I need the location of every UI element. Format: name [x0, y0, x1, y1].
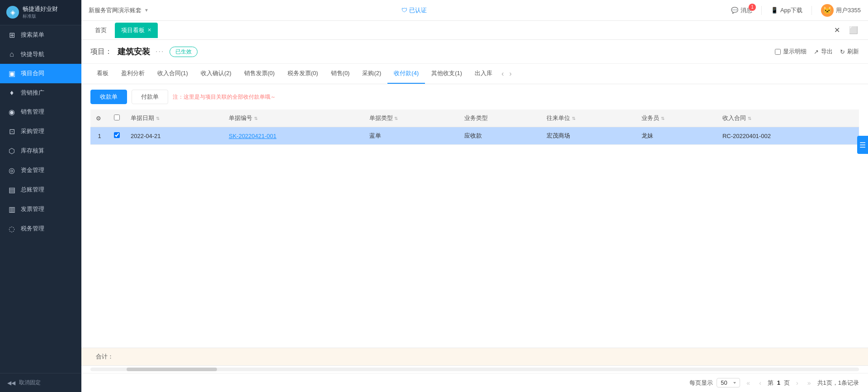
app-download-button[interactable]: 📱 App下载 [771, 6, 802, 14]
sidebar-item-general-ledger[interactable]: ▤ 总账管理 [0, 180, 81, 200]
user-button[interactable]: 🐱 用户3355 [821, 4, 861, 17]
content-tab-receipt[interactable]: 收款单 [90, 90, 127, 104]
row-biz-type: 应收款 [459, 127, 541, 145]
total-label: 合计： [96, 353, 113, 360]
gear-icon[interactable]: ⚙ [96, 115, 101, 122]
sub-tab-sales-invoice[interactable]: 销售发票(0) [238, 64, 281, 84]
sub-tab-receipt[interactable]: 收付款(4) [387, 64, 425, 84]
col-number: 单据编号 ⇅ [223, 110, 364, 127]
show-detail-input[interactable] [775, 49, 781, 55]
page-suffix-label: 页 [784, 379, 790, 387]
row-check[interactable] [108, 127, 125, 145]
export-button[interactable]: ↗ 导出 [814, 48, 833, 56]
tab-home[interactable]: 首页 [89, 23, 113, 38]
scrollbar-thumb[interactable] [127, 368, 217, 371]
sub-tab-income-contract[interactable]: 收入合同(1) [151, 64, 194, 84]
per-page-select[interactable]: 50 100 200 [717, 378, 740, 387]
sidebar-item-purchase-mgmt[interactable]: ⊡ 采购管理 [0, 122, 81, 141]
sub-tab-board[interactable]: 看板 [90, 64, 115, 84]
project-actions: 显示明细 ↗ 导出 ↻ 刷新 [775, 48, 859, 56]
export-icon: ↗ [814, 48, 819, 55]
sidebar-item-inventory[interactable]: ⬡ 库存核算 [0, 141, 81, 161]
sidebar-item-tax-mgmt[interactable]: ◌ 税务管理 [0, 219, 81, 239]
content-tab-payment[interactable]: 付款单 [132, 90, 168, 104]
account-name: 新服务官网演示账套 [89, 6, 142, 14]
row-checkbox[interactable] [114, 132, 120, 138]
show-detail-checkbox[interactable]: 显示明细 [775, 48, 807, 56]
sub-tab-income-confirm[interactable]: 收入确认(2) [194, 64, 238, 84]
verified-badge: 🛡 已认证 [401, 6, 427, 14]
sidebar-item-sales-mgmt[interactable]: ◉ 销售管理 [0, 102, 81, 122]
message-icon: 💬 [731, 7, 738, 14]
tab-close-icon[interactable]: ✕ [147, 27, 151, 33]
sub-tab-tax-invoice[interactable]: 税务发票(0) [281, 64, 325, 84]
col-counterpart: 往来单位 ⇅ [541, 110, 636, 127]
account-dropdown-icon: ▼ [144, 8, 149, 13]
row-counterpart: 宏茂商场 [541, 127, 636, 145]
sidebar: ◈ 畅捷通好业财 标准版 ⊞ 搜索菜单 ⌂ 快捷导航 ▣ 项目合同 ♦ 营销推广… [0, 0, 81, 392]
tab-close-button[interactable]: ✕ [831, 25, 843, 35]
message-button[interactable]: 💬 消息 1 [731, 6, 752, 14]
sub-tabs-prev-arrow[interactable]: ‹ [499, 70, 506, 78]
sidebar-item-invoice-mgmt[interactable]: ▥ 发票管理 [0, 200, 81, 219]
row-number[interactable]: SK-20220421-001 [223, 127, 364, 145]
app-logo-text: 畅捷通好业财 标准版 [23, 5, 58, 19]
first-page-button[interactable]: « [744, 378, 753, 387]
refresh-button[interactable]: ↻ 刷新 [840, 48, 859, 56]
shield-icon: 🛡 [401, 7, 407, 14]
sidebar-logo: ◈ 畅捷通好业财 标准版 [0, 0, 81, 25]
scrollbar-area[interactable] [81, 366, 868, 373]
project-header: 项目： 建筑安装 ··· 已生效 显示明细 ↗ 导出 ↻ 刷新 [81, 40, 868, 64]
capital-mgmt-icon: ◎ [7, 166, 16, 175]
project-prefix: 项目： [90, 47, 112, 57]
main-content: 新服务官网演示账套 ▼ 🛡 已认证 💬 消息 1 📱 App下载 🐱 用户335… [81, 0, 868, 392]
app-logo-icon: ◈ [6, 6, 19, 19]
table-check-header[interactable] [108, 110, 125, 127]
right-panel-toggle[interactable]: ☰ [857, 136, 868, 154]
row-date: 2022-04-21 [125, 127, 223, 145]
sidebar-item-project-contract[interactable]: ▣ 项目合同 [0, 64, 81, 83]
content-note: 注：这里是与项目关联的全部收付款单哦～ [173, 93, 276, 101]
sub-tab-purchase[interactable]: 采购(2) [356, 64, 387, 84]
sort-icon-type[interactable]: ⇅ [394, 116, 398, 121]
sub-tab-in-out[interactable]: 出入库 [468, 64, 499, 84]
select-all-checkbox[interactable] [114, 115, 120, 120]
sort-icon-counterpart[interactable]: ⇅ [572, 116, 576, 121]
next-page-button[interactable]: › [793, 378, 801, 387]
table-gear-header[interactable]: ⚙ [90, 110, 108, 127]
refresh-icon: ↻ [840, 48, 845, 55]
tab-bar: 首页 项目看板 ✕ ✕ ⬜ [81, 21, 868, 40]
data-table: ⚙ 单据日期 ⇅ 单据编号 ⇅ [90, 110, 859, 145]
general-ledger-icon: ▤ [7, 186, 16, 194]
horizontal-scrollbar[interactable] [90, 368, 859, 371]
sub-tabs-next-arrow[interactable]: › [506, 70, 514, 78]
message-badge: 1 [749, 4, 756, 11]
sales-mgmt-icon: ◉ [7, 108, 16, 116]
sidebar-item-capital-mgmt[interactable]: ◎ 资金管理 [0, 161, 81, 180]
phone-icon: 📱 [771, 7, 778, 14]
tab-expand-button[interactable]: ⬜ [846, 25, 861, 35]
inventory-icon: ⬡ [7, 147, 16, 155]
sub-tab-profit[interactable]: 盈利分析 [115, 64, 151, 84]
account-selector[interactable]: 新服务官网演示账套 ▼ [89, 6, 392, 14]
prev-page-button[interactable]: ‹ [756, 378, 764, 387]
sub-tab-sales[interactable]: 销售(0) [325, 64, 356, 84]
sidebar-item-marketing[interactable]: ♦ 营销推广 [0, 83, 81, 102]
current-page: 1 [777, 379, 780, 386]
content-tabs: 收款单 付款单 注：这里是与项目关联的全部收付款单哦～ [81, 84, 868, 110]
sidebar-item-quick-nav[interactable]: ⌂ 快捷导航 [0, 45, 81, 64]
sub-tab-other-income[interactable]: 其他收支(1) [425, 64, 468, 84]
tab-project-board[interactable]: 项目看板 ✕ [115, 23, 158, 38]
sort-icon-income-contract[interactable]: ⇅ [748, 116, 751, 121]
row-salesperson: 龙妹 [636, 127, 717, 145]
sort-icon-date[interactable]: ⇅ [156, 116, 160, 121]
last-page-button[interactable]: » [805, 378, 814, 387]
per-page-label: 每页显示 [689, 379, 713, 387]
invoice-mgmt-icon: ▥ [7, 205, 16, 214]
sidebar-unpin-button[interactable]: ◀◀ 取消固定 [0, 373, 81, 392]
project-more-button[interactable]: ··· [156, 48, 164, 56]
sort-icon-salesperson[interactable]: ⇅ [661, 116, 665, 121]
sort-icon-number[interactable]: ⇅ [254, 116, 258, 121]
sidebar-item-search[interactable]: ⊞ 搜索菜单 [0, 25, 81, 45]
quick-nav-icon: ⌂ [7, 50, 16, 58]
